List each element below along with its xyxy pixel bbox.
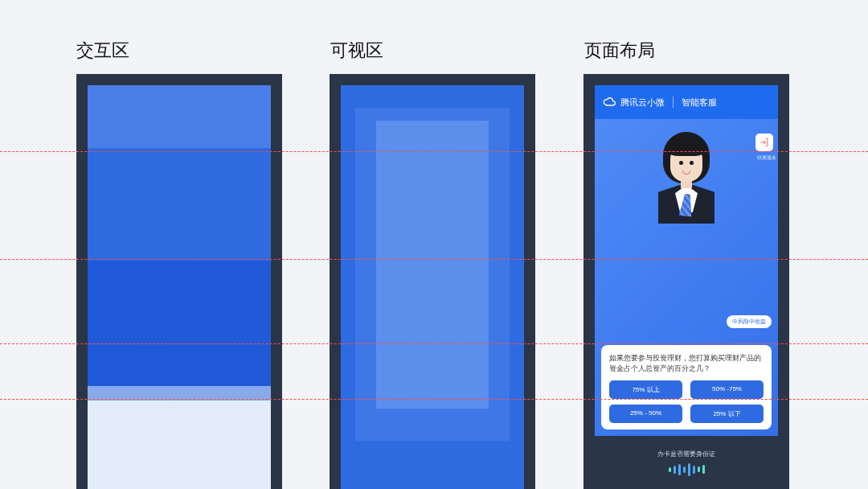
diagram-canvas: 交互区 可视区 页面布局 腾讯云小微 [0, 0, 868, 489]
kiosk-screen [341, 85, 524, 489]
brand-name: 腾讯云小微 [620, 97, 665, 109]
kiosk-layout: 腾讯云小微 智能客服 结束服务 [583, 74, 789, 489]
header-divider [673, 97, 674, 108]
option-button[interactable]: 25% 以下 [690, 405, 764, 423]
cloud-icon [603, 96, 616, 109]
options-grid: 75% 以上 50% -75% 25% - 50% 25% 以下 [609, 380, 764, 423]
zone-band-1 [88, 85, 271, 148]
option-button[interactable]: 25% - 50% [609, 405, 682, 423]
app-body: 结束服务 中风险中收益 如 [595, 119, 778, 436]
risk-tag[interactable]: 中风险中收益 [727, 315, 772, 328]
assistant-avatar [650, 127, 723, 224]
kiosk-screen [88, 85, 271, 489]
panel-title-visible: 可视区 [330, 39, 383, 63]
app-footer: 办卡是否需要身份证 [595, 436, 778, 489]
voice-wave-icon[interactable] [669, 463, 705, 476]
panel-title-interactive: 交互区 [76, 39, 129, 63]
question-text: 如果您要参与投资理财，您打算购买理财产品的资金占个人总资产的百分之几？ [609, 353, 764, 374]
option-button[interactable]: 50% -75% [690, 380, 764, 399]
zone-band-3 [88, 261, 271, 386]
product-name: 智能客服 [682, 97, 717, 109]
question-card: 如果您要参与投资理财，您打算购买理财产品的资金占个人总资产的百分之几？ 75% … [601, 345, 772, 429]
footer-hint: 办卡是否需要身份证 [657, 450, 715, 458]
zone-band-2 [88, 148, 271, 261]
option-button[interactable]: 75% 以上 [609, 380, 682, 399]
kiosk-interactive [76, 74, 282, 489]
avatar-area [595, 127, 778, 224]
kiosk-visible [330, 74, 535, 489]
zone-band-4 [88, 386, 271, 401]
visible-safe-area-2 [376, 121, 489, 409]
kiosk-screen: 腾讯云小微 智能客服 结束服务 [595, 85, 778, 489]
panel-title-layout: 页面布局 [584, 39, 655, 63]
app-header: 腾讯云小微 智能客服 [595, 85, 778, 119]
